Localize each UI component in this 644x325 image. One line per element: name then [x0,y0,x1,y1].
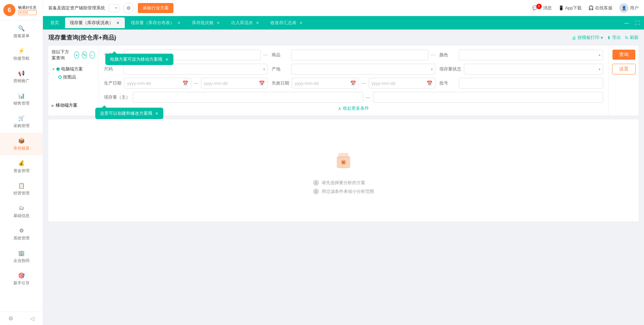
reset-button[interactable]: 设置 [612,64,636,74]
print-chevron: ▾ [601,35,603,40]
tab-close-icon[interactable]: ✕ [255,20,260,25]
empty-hints: 1 请先选择要分析的方案 2 用过滤条件来缩小分析范围 [313,180,374,195]
sidebar-bottom: ⚙ ◁ [0,312,43,325]
export-btn[interactable]: ⬆ 导出 [607,35,621,41]
search-button[interactable]: 查询 [612,50,635,60]
sidebar-item-finance[interactable]: 💰 资金管理 [0,155,43,178]
date-dash-1: — [194,81,198,86]
scheme-child-label[interactable]: 按图品 [63,74,76,80]
sidebar-item-system[interactable]: ⚙ 系统管理 [0,223,43,245]
sidebar-item-marketing[interactable]: 📢 营销推广 [0,65,43,88]
tooltip-close-2[interactable]: ✕ [155,111,159,116]
sidebar-icon-enterprise: 🏢 [18,249,25,257]
color-select-wrap[interactable] [459,50,603,60]
tab-inventory-status[interactable]: 现存量（库存状况表） ✕ [65,17,125,28]
tab-close-icon[interactable]: ✕ [115,20,120,25]
sidebar-item-guide[interactable]: 🎯 新手引导 [0,268,43,290]
avatar: 👤 [619,3,629,13]
tab-inout-flow[interactable]: 出入库流水 ✕ [226,17,264,28]
size-select[interactable] [123,64,268,74]
sidebar-menu: 🔍 搜索菜单 ⚡ 快捷导航 📢 营销推广 📊 销售管理 🛒 采购管理 📦 库存核… [0,20,43,312]
produce-date-placeholder: yyyy-mm-dd [127,81,151,86]
print-btn[interactable]: 🖨 按模板打印 ▾ [572,35,603,41]
batch-input[interactable] [459,78,603,89]
collapse-more-btn[interactable]: ∧ 收起更多条件 [104,105,603,111]
sidebar-item-enterprise[interactable]: 🏢 企业协同 [0,245,43,268]
main-area: 装备及固定资产辅助管理系统 ⚙ 体验行业方案 💬 6 消息 📱 App下载 🎧 … [43,0,644,325]
product-label: 商品 [272,52,288,58]
sidebar-item-search[interactable]: 🔍 搜索菜单 [0,20,43,43]
empty-illustration [330,146,357,173]
tab-close-icon[interactable]: ✕ [176,20,181,25]
expire-date-from[interactable]: yyyy-mm-dd 📅 [292,78,359,89]
produce-date-to[interactable]: yyyy-mm-dd 📅 [201,78,268,89]
edit-scheme-btn[interactable]: ✎ [82,51,87,59]
warehouse-more-icon[interactable]: ··· [263,52,268,58]
tab-collect-summary[interactable]: 收发存汇总表 ✕ [266,17,308,28]
stock-qty-label: 现存量（主） [104,94,130,100]
date-dash-2: — [362,81,366,86]
tab-close-icon[interactable]: ✕ [299,20,303,25]
experience-button[interactable]: 体验行业方案 [138,3,173,13]
sidebar-item-basic[interactable]: 🗂 基础信息 [0,200,43,223]
calendar-icon-4[interactable]: 📅 [427,80,432,86]
app-download-item[interactable]: 📱 App下载 [558,5,582,11]
tab-label: 收发存汇总表 [270,20,297,26]
filter-field-origin: 产地 [272,64,435,74]
sidebar-item-quicknav[interactable]: ⚡ 快捷导航 [0,43,43,65]
product-more-icon[interactable]: ··· [431,52,435,58]
origin-select-wrap[interactable] [291,64,435,74]
sidebar-item-inventory[interactable]: 📦 库存核算 [0,133,43,155]
collapse-sidebar-icon[interactable]: ◁ [30,315,34,322]
message-item[interactable]: 💬 6 消息 [532,5,552,11]
batch-label: 批号 [439,80,456,86]
sidebar-item-operations[interactable]: 📋 经营管理 [0,178,43,200]
add-scheme-btn[interactable]: + [74,51,79,59]
online-support-label: 在线客服 [595,5,612,11]
tab-minimize-btn[interactable]: — [623,19,631,27]
sidebar-label-sales: 销售管理 [13,101,30,106]
back-scheme-btn[interactable]: ← [90,51,95,59]
stock-status-select-wrap[interactable] [464,64,603,74]
calendar-icon-3[interactable]: 📅 [350,80,356,86]
scheme-mobile-label[interactable]: 移动端方案 [56,102,77,108]
stock-status-select[interactable] [464,64,603,74]
scheme-root-label[interactable]: 电脑端方案 [61,66,83,72]
sidebar-label-finance: 资金管理 [13,168,30,174]
topbar: 装备及固定资产辅助管理系统 ⚙ 体验行业方案 💬 6 消息 📱 App下载 🎧 … [43,0,644,16]
filter-row-1: 仓库 ··· 商品 ··· 颜色 [104,50,603,60]
stock-qty-from[interactable] [133,92,363,103]
refresh-btn[interactable]: ↻ 刷新 [625,35,639,41]
filter-outer: 按以下方案查询 + ✎ ← 电脑方案可设为移动方案哦 ✕ ▼ 电脑端方案 [48,46,639,115]
system-select[interactable] [109,4,119,12]
sidebar-item-sales[interactable]: 📊 销售管理 [0,88,43,110]
sidebar-label-inventory: 库存核算 [13,146,30,151]
refresh-icon: ↻ [625,35,629,40]
sidebar-item-purchase[interactable]: 🛒 采购管理 [0,110,43,133]
system-select-wrap[interactable] [109,4,119,12]
scheme-dot-active [56,67,60,71]
tooltip-close-1[interactable]: ✕ [165,57,169,62]
tab-maximize-btn[interactable]: ⛶ [633,19,641,27]
produce-date-from[interactable]: yyyy-mm-dd 📅 [124,78,191,89]
gear-button[interactable]: ⚙ [123,3,134,13]
calendar-icon-1[interactable]: 📅 [182,80,188,86]
expire-date-to[interactable]: yyyy-mm-dd 📅 [369,78,436,89]
export-icon: ⬆ [607,35,611,40]
stock-qty-to[interactable] [373,92,603,103]
sidebar-icon-finance: 💰 [18,159,25,167]
scheme-panel: 按以下方案查询 + ✎ ← 电脑方案可设为移动方案哦 ✕ ▼ 电脑端方案 [48,46,99,115]
origin-select[interactable] [291,64,435,74]
product-input[interactable] [291,50,428,60]
color-select[interactable] [459,50,603,60]
user-item[interactable]: 👤 用户 [619,3,639,13]
calendar-icon-2[interactable]: 📅 [259,80,265,86]
tooltip-text-2: 这里可以创建和修改方案哦 [100,110,152,116]
tab-close-icon[interactable]: ✕ [216,20,220,25]
tab-inventory-dist[interactable]: 现存量（库存分布表） ✕ [126,17,186,28]
settings-bottom-icon[interactable]: ⚙ [8,315,13,322]
tab-home[interactable]: 首页 [46,17,64,28]
online-support-item[interactable]: 🎧 在线客服 [588,5,612,11]
tab-batch-account[interactable]: 库存批次账 ✕ [187,17,225,28]
size-select-wrap[interactable] [123,64,268,74]
